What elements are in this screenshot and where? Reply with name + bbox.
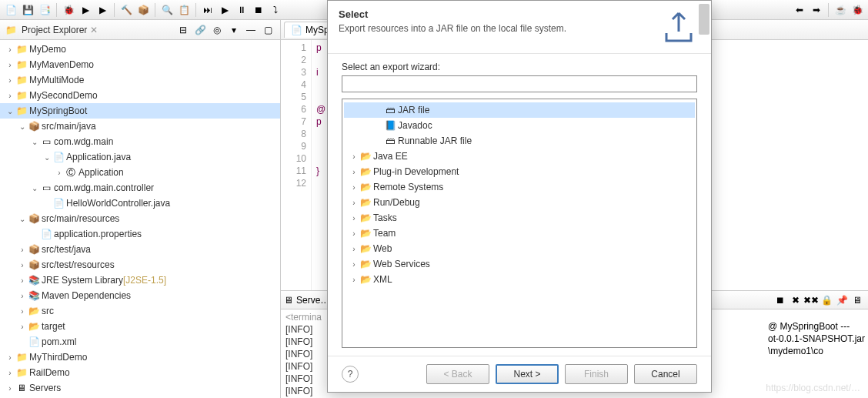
- chevron-right-icon[interactable]: ›: [5, 367, 15, 378]
- wizard-tree-node[interactable]: 🗃JAR file: [344, 102, 695, 118]
- wizard-tree-node[interactable]: ›📂Team: [344, 226, 695, 241]
- chevron-right-icon[interactable]: ›: [5, 75, 15, 85]
- resume-icon[interactable]: ▶: [217, 2, 232, 18]
- tree-node[interactable]: ⌄▭com.wdg.main: [0, 134, 280, 149]
- cancel-button[interactable]: Cancel: [634, 364, 697, 384]
- tree-node[interactable]: ›📁RailDemo: [0, 365, 280, 380]
- chevron-right-icon[interactable]: ›: [17, 275, 28, 286]
- wizard-tree-node[interactable]: 🗃Runnable JAR file: [344, 133, 695, 149]
- chevron-right-icon[interactable]: ›: [5, 59, 15, 70]
- view-menu-icon[interactable]: ▾: [226, 22, 242, 38]
- chevron-right-icon[interactable]: ›: [5, 90, 15, 101]
- tree-node[interactable]: ⌄📁MySpringBoot: [0, 103, 280, 119]
- chevron-right-icon[interactable]: ›: [349, 151, 359, 162]
- run-external-icon[interactable]: ▶: [95, 2, 110, 18]
- step-icon[interactable]: ⤵: [268, 2, 283, 18]
- tree-node[interactable]: ›ⒸApplication: [0, 165, 280, 180]
- chevron-down-icon[interactable]: ⌄: [29, 136, 40, 147]
- console-scroll-lock-icon[interactable]: 🔒: [819, 293, 834, 308]
- console-remove-all-icon[interactable]: ✖✖: [803, 293, 819, 308]
- tree-node[interactable]: ⌄▭com.wdg.main.controller: [0, 180, 280, 196]
- focus-icon[interactable]: ◎: [209, 22, 225, 38]
- link-editor-icon[interactable]: 🔗: [192, 22, 208, 38]
- perspective-debug-icon[interactable]: 🐞: [850, 2, 865, 18]
- debug-icon[interactable]: 🐞: [61, 2, 76, 18]
- help-button[interactable]: ?: [342, 366, 359, 383]
- wizard-tree-node[interactable]: ›📂Remote Systems: [344, 179, 695, 195]
- tree-node[interactable]: ›📁MyDemo: [0, 42, 280, 57]
- chevron-right-icon[interactable]: ›: [5, 352, 15, 363]
- maximize-icon[interactable]: ▢: [260, 22, 275, 38]
- pause-icon[interactable]: ⏸: [234, 2, 249, 18]
- tree-node[interactable]: ›🖥Servers: [0, 380, 280, 396]
- tree-node[interactable]: ›📦src/test/resources: [0, 257, 280, 273]
- wizard-tree-node[interactable]: ›📂Web Services: [344, 256, 695, 272]
- console-terminate-icon[interactable]: ⏹: [773, 293, 788, 308]
- console-display-icon[interactable]: 🖥: [850, 293, 865, 308]
- save-all-icon[interactable]: 📑: [37, 2, 52, 18]
- tree-node[interactable]: ›📂src: [0, 303, 280, 319]
- nav-back-icon[interactable]: ⬅: [792, 2, 807, 18]
- chevron-right-icon[interactable]: ›: [349, 166, 359, 177]
- new-icon[interactable]: 📄: [3, 2, 18, 18]
- chevron-right-icon[interactable]: ›: [5, 383, 15, 393]
- wizard-tree-node[interactable]: ›📂Web: [344, 241, 695, 256]
- wizard-tree-node[interactable]: ›📂Java EE: [344, 149, 695, 164]
- run-icon[interactable]: ▶: [78, 2, 93, 18]
- chevron-down-icon[interactable]: ⌄: [17, 213, 28, 224]
- chevron-right-icon[interactable]: ›: [54, 167, 65, 178]
- project-tree[interactable]: ›📁MyDemo›📁MyMavenDemo›📁MyMultiMode›📁MySe…: [0, 40, 280, 398]
- chevron-right-icon[interactable]: ›: [349, 182, 359, 192]
- tree-node[interactable]: ›📚JRE System Library [J2SE-1.5]: [0, 273, 280, 288]
- tree-node[interactable]: 📄HelloWorldController.java: [0, 196, 280, 211]
- chevron-right-icon[interactable]: ›: [17, 259, 28, 270]
- stop-icon[interactable]: ⏹: [251, 2, 266, 18]
- chevron-down-icon[interactable]: ⌄: [5, 105, 15, 116]
- tree-node[interactable]: ⌄📦src/main/java: [0, 119, 280, 134]
- build-icon[interactable]: 🔨: [119, 2, 134, 18]
- chevron-right-icon[interactable]: ›: [349, 212, 359, 223]
- chevron-right-icon[interactable]: ›: [349, 197, 359, 208]
- chevron-down-icon[interactable]: ⌄: [29, 182, 40, 193]
- chevron-right-icon[interactable]: ›: [349, 274, 359, 285]
- save-icon[interactable]: 💾: [20, 2, 35, 18]
- chevron-right-icon[interactable]: ›: [17, 244, 28, 255]
- tree-node[interactable]: ⌄📦src/main/resources: [0, 211, 280, 226]
- search-icon[interactable]: 🔍: [159, 2, 175, 18]
- wizard-tree-node[interactable]: ›📂Run/Debug: [344, 195, 695, 210]
- wizard-tree-node[interactable]: 📘Javadoc: [344, 118, 695, 133]
- tree-node[interactable]: ›📁MySecondDemo: [0, 88, 280, 103]
- nav-forward-icon[interactable]: ➡: [809, 2, 824, 18]
- chevron-right-icon[interactable]: ›: [349, 228, 359, 239]
- chevron-down-icon[interactable]: ⌄: [17, 121, 28, 132]
- chevron-right-icon[interactable]: ›: [349, 243, 359, 254]
- filter-input[interactable]: [342, 75, 697, 92]
- tree-node[interactable]: ›📁MyMultiMode: [0, 72, 280, 88]
- console-tab-label[interactable]: Serve…: [296, 295, 329, 306]
- export-wizard-tree[interactable]: 🗃JAR file📘Javadoc🗃Runnable JAR file›📂Jav…: [342, 99, 697, 348]
- console-pin-icon[interactable]: 📌: [834, 293, 850, 308]
- collapse-all-icon[interactable]: ⊟: [175, 22, 191, 38]
- wizard-tree-node[interactable]: ›📂Plug-in Development: [344, 164, 695, 179]
- chevron-right-icon[interactable]: ›: [17, 321, 28, 332]
- tree-node[interactable]: ›📁MyThirdDemo: [0, 350, 280, 365]
- new-package-icon[interactable]: 📦: [135, 2, 151, 18]
- next-button[interactable]: Next >: [496, 364, 559, 384]
- wizard-tree-node[interactable]: ›📂XML: [344, 272, 695, 287]
- console-remove-icon[interactable]: ✖: [788, 293, 803, 308]
- tree-node[interactable]: 📄application.properties: [0, 226, 280, 242]
- tree-node[interactable]: ⌄📄Application.java: [0, 149, 280, 165]
- minimize-icon[interactable]: —: [243, 22, 259, 38]
- tree-node[interactable]: ›📦src/test/java: [0, 242, 280, 257]
- tree-node[interactable]: 📄pom.xml: [0, 334, 280, 350]
- wizard-tree-node[interactable]: ›📂Tasks: [344, 210, 695, 226]
- chevron-right-icon[interactable]: ›: [349, 259, 359, 269]
- chevron-right-icon[interactable]: ›: [17, 290, 28, 301]
- tree-node[interactable]: ›📁MyMavenDemo: [0, 57, 280, 72]
- chevron-right-icon[interactable]: ›: [5, 44, 15, 55]
- tree-node[interactable]: ›📂target: [0, 319, 280, 334]
- task-icon[interactable]: 📋: [176, 2, 192, 18]
- tree-node[interactable]: ›📚Maven Dependencies: [0, 288, 280, 303]
- skip-breakpoints-icon[interactable]: ⏭: [200, 2, 215, 18]
- chevron-right-icon[interactable]: ›: [17, 306, 28, 316]
